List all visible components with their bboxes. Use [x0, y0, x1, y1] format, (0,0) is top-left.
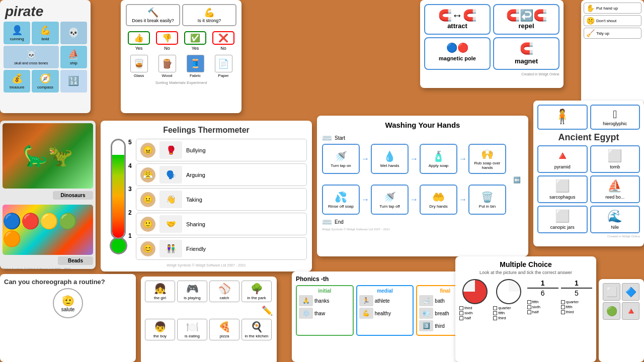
checkbox[interactable] — [493, 306, 497, 310]
choreo-title: Can you choreograph a routine? — [4, 278, 132, 286]
therm-tube — [111, 139, 126, 239]
checkbox[interactable] — [459, 316, 463, 320]
list-item: 💪 healthy — [359, 308, 411, 319]
treasure-icon: 💰 — [12, 73, 23, 84]
eating-icon: 🍽️ — [179, 321, 205, 333]
list-item: sixth — [459, 311, 491, 315]
option-list: fifth sixth half — [527, 300, 558, 314]
steps-row-1: 🚿 Turn tap on → 💧 Wet hands → 🧴 Apply so… — [322, 144, 523, 174]
feelings-card: Feelings Thermometer 5 4 3 2 1 😠 🥊 — [101, 121, 312, 272]
list-item: 💧 Wet hands — [371, 144, 409, 174]
checkbox[interactable] — [459, 306, 463, 310]
choreo-diagram: 🫡 salute — [4, 288, 132, 318]
pizza-icon: 🍕 — [211, 321, 237, 333]
therm-fill — [112, 155, 124, 238]
checkbox[interactable] — [561, 305, 565, 309]
checkbox[interactable] — [493, 311, 497, 315]
sentence-row-1: 👧 the girl 🎮 is playing ⚾ catch 🌳 in the… — [145, 281, 273, 302]
multiple-choice-title: Multiple Choice — [459, 260, 592, 268]
arguing-face: 😤 — [140, 167, 155, 183]
arguing-anim: 🗣️ — [159, 166, 182, 184]
pyramid-icon: 🔺 — [541, 149, 584, 163]
numbers-icon: 🔢 — [68, 75, 79, 86]
checkbox[interactable] — [561, 300, 565, 304]
bath-icon: 🛁 — [419, 295, 433, 306]
washing-hands-card: Washing Your Hands ⌨️ Start 🚿 Turn tap o… — [317, 116, 528, 256]
fraction-15: 1 5 — [561, 279, 592, 297]
list-item: 💦 Rinse off soap — [322, 185, 360, 215]
tomb-icon: ⬜ — [594, 149, 637, 163]
question2-icon: 💪 — [204, 8, 215, 18]
egypt-grid: 🔺 pyramid ⬜ tomb ⬜ sarcophagus ⛵ reed bo… — [537, 145, 640, 233]
salute-circle: 🫡 salute — [53, 288, 83, 318]
park-icon: 🌳 — [244, 283, 270, 295]
back-arrow-icon: ⬅️ — [513, 176, 521, 184]
list-item: 🙌 Rub soap over hands — [468, 144, 506, 174]
skull-icon: 💀 — [68, 27, 79, 38]
rub-icon: 🙌 — [481, 148, 494, 160]
list-item: sixth — [527, 305, 558, 309]
phonics-th-card: Phonics -th initial 🙏 thanks ❄️ thaw med… — [292, 272, 478, 362]
bullying-anim: 🥊 — [159, 141, 182, 159]
list-item: fifth — [527, 300, 558, 304]
choices-grid: third sixth half quarter fifth third 1 6… — [459, 279, 592, 321]
arrow-icon: → — [410, 195, 418, 204]
list-item: 🤫 Don't shout — [584, 15, 641, 26]
list-item: ⬜ canopic jars — [537, 206, 588, 233]
scale-labels: 5 4 3 2 1 — [128, 139, 132, 239]
rinse-icon: 💦 — [335, 191, 347, 203]
no-shout-icon: 🤫 — [586, 17, 595, 25]
third-icon: 3️⃣ — [419, 320, 433, 331]
sorting-footer: Sorting Materials Experiment — [125, 80, 237, 85]
no2-icon: ❌ — [218, 34, 228, 42]
list-item: 🧵 Fabric — [187, 55, 204, 78]
egypt-person-cell: 🧍 — [537, 105, 588, 130]
list-item: 🟢 — [603, 302, 620, 320]
sharing-face: 🙂 — [140, 217, 155, 232]
list-item: 🧴 Apply soap — [420, 144, 457, 174]
reed-boat-icon: ⛵ — [594, 179, 637, 193]
egypt-person-icon: 🧍 — [541, 108, 584, 125]
list-item: 🍕 pizza — [209, 319, 239, 340]
list-item: 💰 treasure — [4, 70, 30, 93]
magnet-icon: 🧲 — [498, 42, 554, 55]
neutral-face: 😐 — [140, 192, 155, 207]
nile-icon: 🌊 — [594, 209, 637, 223]
list-item: ⬜ tomb — [590, 145, 640, 173]
list-item: 🗑️ Put in bin — [468, 185, 506, 215]
list-item: 💀 — [60, 22, 87, 44]
dry-hands-icon: 🤲 — [432, 191, 445, 203]
checkbox[interactable] — [493, 316, 497, 320]
choreo-card: Can you choreograph a routine? 🫡 salute — [0, 274, 136, 362]
checkbox[interactable] — [459, 311, 463, 315]
magnets-card: 🧲↔🧲 attract 🧲↩️🧲 repel 🔵🔴 magnetic pole … — [420, 0, 564, 88]
athlete-icon: 🏃 — [359, 295, 373, 306]
list-item: third — [561, 310, 592, 314]
pirate-grid: 👤 cunning 💪 bold 💀 ☠️ skull and cross bo… — [3, 21, 88, 94]
checkbox[interactable] — [527, 310, 531, 314]
bin-icon: 🗑️ — [481, 191, 494, 203]
list-item: 👦 the boy — [145, 319, 175, 340]
feelings-list: 😠 🥊 Bullying 😤 🗣️ Arguing 😐 👋 Taking 🙂 🤝… — [136, 139, 307, 262]
list-item: fifth — [493, 311, 524, 315]
catch-icon: ⚾ — [211, 283, 237, 295]
feelings-footer: Widgit Symbols © Widgit Software Ltd 200… — [106, 263, 307, 267]
list-item: 🚿 Turn tap off — [371, 185, 409, 215]
multiple-choice-card: Multiple Choice Look at the picture and … — [455, 256, 596, 362]
egypt-hieroglyphic-cell: 𓀀 hieroglyphic — [590, 105, 640, 130]
angry-face: 😠 — [140, 143, 155, 158]
checkbox[interactable] — [527, 300, 531, 304]
washing-hands-title: Washing Your Hands — [322, 121, 523, 129]
repel-icon: 🧲↩️🧲 — [498, 9, 554, 22]
list-item: 🔢 — [60, 70, 87, 93]
checkbox[interactable] — [561, 310, 565, 314]
list-item: 🍳 in the kitchen — [242, 319, 272, 340]
arrow-icon: → — [459, 154, 467, 163]
list-item: 🧭 compass — [32, 70, 58, 93]
friendly-face: 😊 — [140, 241, 155, 256]
checkbox[interactable] — [527, 305, 531, 309]
small-card-br: ⬜ 🔷 🟢 🔺 — [599, 279, 644, 362]
hand-up-icon: ✋ — [586, 4, 595, 12]
crossbones-icon: ☠️ — [26, 49, 37, 60]
healthy-icon: 💪 — [359, 308, 373, 319]
